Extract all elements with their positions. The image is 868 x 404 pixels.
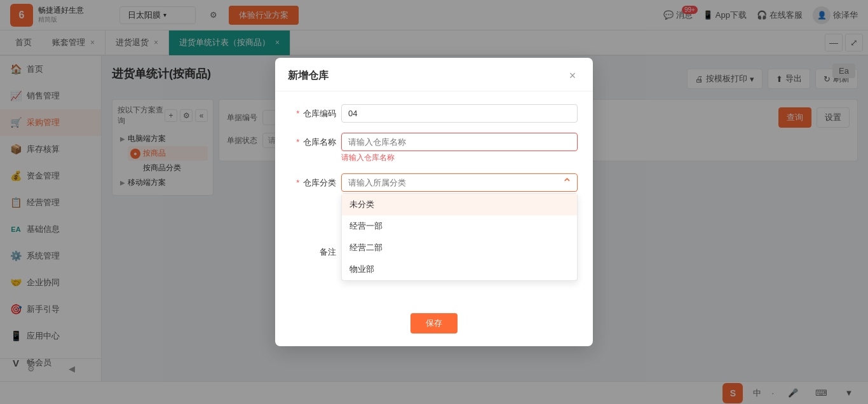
category-label: * 仓库分类 bbox=[290, 173, 341, 189]
dropdown-item-2[interactable]: 经营二部 bbox=[342, 237, 577, 259]
dropdown-item-0[interactable]: 未分类 bbox=[342, 194, 577, 215]
category-toggle-icon[interactable]: ⌃ bbox=[562, 175, 573, 191]
dialog-close-button[interactable]: × bbox=[565, 68, 580, 83]
required-star-category: * bbox=[296, 178, 299, 187]
modal-overlay: 新增仓库 × * 仓库编码 * 仓库名称 bbox=[0, 0, 868, 404]
warehouse-name-error: 请输入仓库名称 bbox=[341, 152, 578, 163]
dialog-header: 新增仓库 × bbox=[275, 58, 593, 91]
form-row-name: * 仓库名称 请输入仓库名称 bbox=[290, 133, 578, 163]
warehouse-code-input[interactable] bbox=[341, 104, 578, 123]
name-input-wrap: 请输入仓库名称 bbox=[341, 133, 578, 163]
dialog-body: * 仓库编码 * 仓库名称 请输入仓库名称 bbox=[275, 91, 593, 306]
dropdown-item-1[interactable]: 经营一部 bbox=[342, 215, 577, 237]
remark-label: 备注 bbox=[290, 243, 341, 258]
form-row-code: * 仓库编码 bbox=[290, 104, 578, 123]
name-label: * 仓库名称 bbox=[290, 133, 341, 148]
code-input-wrap bbox=[341, 104, 578, 123]
add-warehouse-dialog: 新增仓库 × * 仓库编码 * 仓库名称 bbox=[275, 58, 593, 346]
dialog-title: 新增仓库 bbox=[288, 69, 329, 83]
required-star-code: * bbox=[296, 109, 299, 118]
code-label: * 仓库编码 bbox=[290, 104, 341, 119]
required-star-name: * bbox=[296, 137, 299, 147]
dropdown-item-3[interactable]: 物业部 bbox=[342, 259, 577, 280]
save-button[interactable]: 保存 bbox=[410, 313, 458, 333]
warehouse-category-input[interactable] bbox=[341, 173, 578, 192]
category-input-wrap: ⌃ 未分类经营一部经营二部物业部 bbox=[341, 173, 578, 192]
dialog-footer: 保存 bbox=[275, 306, 593, 346]
form-row-category: * 仓库分类 ⌃ 未分类经营一部经营二部物业部 bbox=[290, 173, 578, 192]
category-dropdown: 未分类经营一部经营二部物业部 bbox=[341, 193, 578, 281]
warehouse-name-input[interactable] bbox=[341, 133, 578, 151]
